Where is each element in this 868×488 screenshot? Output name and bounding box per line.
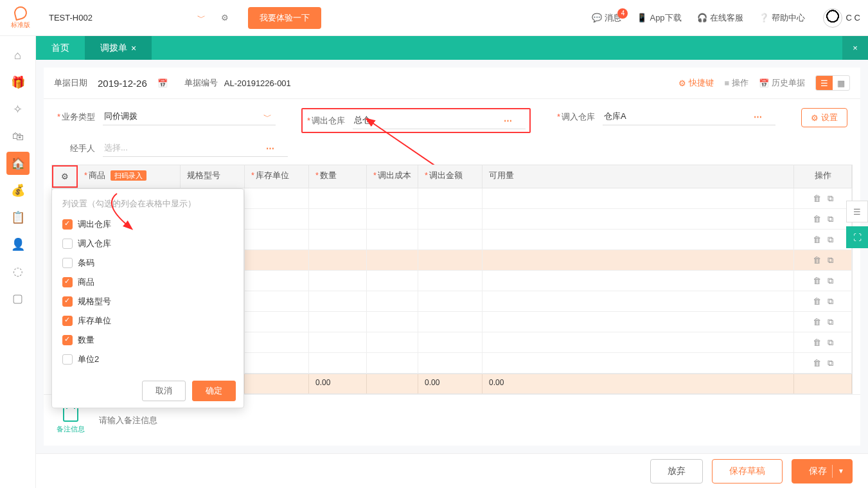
- tab-transfer[interactable]: 调拨单 ×: [85, 36, 152, 60]
- sidebar-item-clipboard[interactable]: 📋: [6, 206, 30, 229]
- col-qty: *数量: [309, 165, 367, 188]
- avatar[interactable]: [823, 8, 842, 28]
- delete-icon[interactable]: 🗑: [813, 255, 821, 265]
- checkbox[interactable]: [62, 219, 73, 230]
- colset-item[interactable]: 数量: [62, 330, 233, 350]
- history-link[interactable]: 📅历史单据: [759, 77, 805, 89]
- copy-icon[interactable]: ⧉: [828, 235, 833, 245]
- copy-icon[interactable]: ⧉: [828, 194, 833, 204]
- colset-list[interactable]: 调出仓库调入仓库条码商品规格型号库存单位数量单位2: [52, 215, 244, 369]
- copy-icon[interactable]: ⧉: [828, 296, 833, 307]
- sidebar-item-warehouse[interactable]: 🏠: [6, 152, 30, 175]
- float-expand-button[interactable]: ⛶: [846, 226, 868, 248]
- colset-item-label: 商品: [78, 276, 94, 288]
- delete-icon[interactable]: 🗑: [813, 214, 821, 224]
- tab-home[interactable]: 首页: [36, 36, 85, 60]
- out-label: 调出仓库: [312, 116, 345, 125]
- shortcut-link[interactable]: ⚙快捷键: [678, 77, 714, 89]
- checkbox[interactable]: [62, 239, 73, 249]
- doc-header: 单据日期 2019-12-26 📅 单据编号 AL-20191226-001 ⚙…: [44, 68, 860, 99]
- nav-app-download[interactable]: 📱 App下载: [637, 12, 681, 24]
- colset-item-label: 库存单位: [78, 315, 111, 327]
- more-icon[interactable]: ⋯: [266, 143, 275, 153]
- more-icon[interactable]: ⋯: [754, 112, 763, 122]
- trial-button[interactable]: 我要体验一下: [248, 7, 321, 29]
- foot-qty: 0.00: [309, 374, 367, 393]
- delete-icon[interactable]: 🗑: [813, 358, 821, 368]
- field-biztype[interactable]: *业务类型 同价调拨 ﹀: [57, 108, 276, 125]
- field-in-warehouse[interactable]: *调入仓库 仓库A⋯: [556, 108, 775, 125]
- sidebar-item-gift[interactable]: 🎁: [6, 71, 30, 94]
- tab-close-icon[interactable]: ×: [131, 43, 136, 53]
- sidebar-item-money[interactable]: 💰: [6, 179, 30, 202]
- view-list-icon[interactable]: ☰: [816, 76, 833, 90]
- colset-item[interactable]: 调入仓库: [62, 234, 233, 253]
- delete-icon[interactable]: 🗑: [813, 338, 821, 347]
- colset-ok-button[interactable]: 确定: [192, 381, 236, 401]
- colset-item[interactable]: 单位2: [62, 350, 233, 369]
- checkbox[interactable]: [62, 335, 73, 345]
- colset-cancel-button[interactable]: 取消: [142, 381, 186, 401]
- delete-icon[interactable]: 🗑: [813, 317, 821, 327]
- copy-icon[interactable]: ⧉: [828, 338, 833, 348]
- field-out-warehouse[interactable]: *调出仓库 总仓⋯: [301, 108, 531, 133]
- calendar-icon[interactable]: 📅: [157, 78, 168, 88]
- float-note-button[interactable]: ☰: [846, 201, 868, 222]
- delete-icon[interactable]: 🗑: [813, 296, 821, 306]
- checkbox[interactable]: [62, 316, 73, 326]
- form-row-2: 经手人 选择...⋯: [44, 140, 860, 165]
- header-settings-button[interactable]: ⚙: [215, 8, 235, 28]
- sidebar-item-new[interactable]: ▢: [6, 287, 30, 310]
- out-value: 总仓: [354, 114, 371, 126]
- sidebar-item-home[interactable]: ⌂: [6, 44, 30, 67]
- more-icon[interactable]: ⋯: [504, 116, 513, 125]
- copy-icon[interactable]: ⧉: [828, 358, 833, 368]
- save-draft-button[interactable]: 保存草稿: [712, 459, 783, 483]
- colset-item[interactable]: 规格型号: [62, 292, 233, 311]
- nav-support[interactable]: 🎧 在线客服: [697, 12, 743, 24]
- checkbox[interactable]: [62, 354, 73, 365]
- form-row-1: *业务类型 同价调拨 ﹀ *调出仓库 总仓⋯ *调入仓库 仓库A⋯ ⚙设置: [44, 99, 860, 140]
- tenant-selector[interactable]: TEST-H002 ﹀: [44, 8, 211, 28]
- nav-messages[interactable]: 💬 消息 4: [592, 12, 621, 24]
- checkbox[interactable]: [62, 296, 73, 307]
- col-ops: 操作: [794, 165, 852, 188]
- form-settings-button[interactable]: ⚙设置: [801, 108, 847, 127]
- colset-item-label: 调出仓库: [78, 219, 111, 230]
- delete-icon[interactable]: 🗑: [813, 235, 821, 244]
- colset-item-label: 调入仓库: [78, 238, 111, 249]
- sidebar-item-bag[interactable]: 🛍: [6, 125, 30, 148]
- delete-icon[interactable]: 🗑: [813, 276, 821, 285]
- colset-item[interactable]: 条码: [62, 253, 233, 273]
- remark-input[interactable]: [95, 411, 847, 429]
- operate-link[interactable]: ≡操作: [724, 77, 748, 89]
- column-settings-popover: 列设置（勾选的列会在表格中显示） 调出仓库调入仓库条码商品规格型号库存单位数量单…: [51, 188, 244, 408]
- delete-icon[interactable]: 🗑: [813, 194, 821, 203]
- view-grid-icon[interactable]: ▦: [833, 76, 849, 90]
- copy-icon[interactable]: ⧉: [828, 255, 833, 266]
- nav-help[interactable]: ❔ 帮助中心: [759, 12, 805, 24]
- col-cost: *调出成本: [367, 165, 418, 188]
- checkbox[interactable]: [62, 277, 73, 287]
- tabs-close-all[interactable]: ×: [842, 36, 868, 60]
- sidebar-item-tag[interactable]: ✧: [6, 98, 30, 121]
- date-value[interactable]: 2019-12-26: [98, 78, 147, 89]
- copy-icon[interactable]: ⧉: [828, 214, 833, 224]
- colset-item-label: 数量: [78, 334, 94, 346]
- copy-icon[interactable]: ⧉: [828, 276, 833, 286]
- in-label: 调入仓库: [562, 112, 595, 122]
- save-button[interactable]: 保存▼: [792, 459, 853, 483]
- discard-button[interactable]: 放弃: [650, 459, 703, 483]
- sidebar-item-contact[interactable]: 👤: [6, 233, 30, 256]
- sidebar-item-sync[interactable]: ◌: [6, 260, 30, 283]
- column-settings-button[interactable]: ⚙: [52, 165, 78, 188]
- colset-item[interactable]: 调出仓库: [62, 215, 233, 234]
- scan-button[interactable]: 扫码录入: [111, 170, 146, 181]
- col-amt: *调出金额: [418, 165, 483, 188]
- field-handler[interactable]: 经手人 选择...⋯: [57, 140, 288, 157]
- colset-item[interactable]: 商品: [62, 273, 233, 292]
- colset-item[interactable]: 库存单位: [62, 311, 233, 330]
- checkbox[interactable]: [62, 258, 73, 268]
- copy-icon[interactable]: ⧉: [828, 317, 833, 327]
- shortcut-label: 快捷键: [689, 77, 714, 89]
